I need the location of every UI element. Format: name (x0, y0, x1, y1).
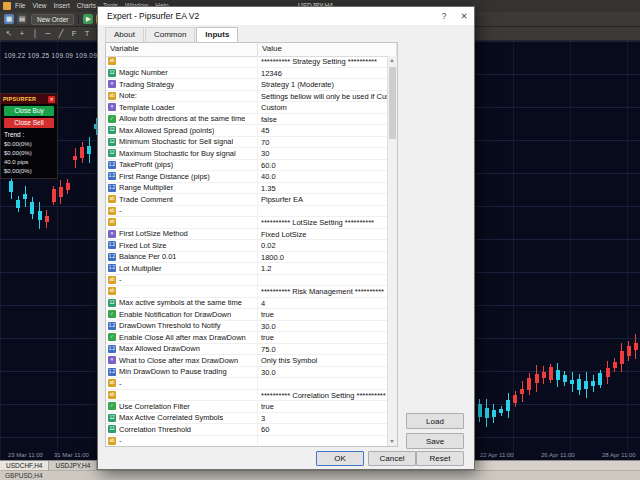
value-cell[interactable]: 1.2 (258, 263, 388, 274)
scrollbar-thumb[interactable] (389, 67, 396, 139)
value-cell[interactable]: 40.0 (258, 171, 388, 182)
value-cell[interactable]: Pipsurfer EA (258, 194, 388, 205)
input-row[interactable]: 1.2Lot Multiplier1.2 (106, 263, 388, 275)
value-cell[interactable] (258, 436, 388, 447)
dialog-title-bar[interactable]: Expert - Pipsurfer EA V2 ? ✕ (98, 7, 474, 25)
value-cell[interactable]: 45 (258, 125, 388, 136)
value-cell[interactable]: false (258, 114, 388, 125)
scroll-down-icon[interactable] (388, 437, 397, 446)
text-label-icon[interactable]: T (82, 27, 92, 41)
chart-window-icon[interactable]: ▦ (4, 14, 14, 24)
input-row[interactable]: ✓Enable Close All after max DrawDowntrue (106, 332, 388, 344)
value-column-header[interactable]: Value (258, 43, 397, 56)
value-cell[interactable]: 70 (258, 137, 388, 148)
input-row[interactable]: 1.2Max Allowed DrawDown75.0 (106, 344, 388, 356)
value-cell[interactable]: Strategy 1 (Moderate) (258, 79, 388, 90)
value-cell[interactable] (258, 275, 388, 286)
value-cell[interactable]: ********** Risk Management ********** (258, 286, 388, 297)
input-row[interactable]: ≡What to Close after max DrawDownOnly th… (106, 355, 388, 367)
tab-inputs[interactable]: Inputs (196, 27, 238, 42)
input-row[interactable]: 1.2Min DrawDown to Pause trading30.0 (106, 367, 388, 379)
save-button[interactable]: Save (406, 433, 464, 449)
cancel-button[interactable]: Cancel (368, 451, 416, 466)
scroll-up-icon[interactable] (388, 56, 397, 65)
input-row[interactable]: ab********** Correlation Setting *******… (106, 390, 388, 402)
load-button[interactable]: Load (406, 413, 464, 429)
input-row[interactable]: 12Magic Number12346 (106, 68, 388, 80)
value-cell[interactable]: 30.0 (258, 367, 388, 378)
input-row[interactable]: 12Minimum Stochastic for Sell signal70 (106, 137, 388, 149)
input-row[interactable]: ab- (106, 436, 388, 447)
value-cell[interactable]: ********** Strategy Setting ********** (258, 56, 388, 67)
value-cell[interactable] (258, 378, 388, 389)
value-cell[interactable]: 4 (258, 298, 388, 309)
new-order-button[interactable]: New Order (31, 14, 74, 25)
crosshair-icon[interactable]: + (17, 27, 27, 41)
menu-charts[interactable]: Charts (77, 0, 96, 12)
value-cell[interactable]: 12346 (258, 68, 388, 79)
cursor-icon[interactable]: ↖ (4, 27, 14, 41)
input-row[interactable]: ab********** LotSize Setting ********** (106, 217, 388, 229)
value-cell[interactable] (258, 206, 388, 217)
menu-insert[interactable]: Insert (53, 0, 69, 12)
value-cell[interactable]: Only this Symbol (258, 355, 388, 366)
autotrading-icon[interactable]: ▶ (83, 14, 93, 24)
input-row[interactable]: ab- (106, 275, 388, 287)
input-row[interactable]: 1.2Balance Per 0.011800.0 (106, 252, 388, 264)
input-row[interactable]: 1.2TakeProfit (pips)60.0 (106, 160, 388, 172)
input-row[interactable]: ab- (106, 378, 388, 390)
input-row[interactable]: abNote:Settings bellow will only be used… (106, 91, 388, 103)
value-cell[interactable]: 3 (258, 413, 388, 424)
input-row[interactable]: ≡First LotSize MethodFixed LotSize (106, 229, 388, 241)
input-row[interactable]: ab- (106, 206, 388, 218)
input-row[interactable]: 1.2First Range Distance (pips)40.0 (106, 171, 388, 183)
value-cell[interactable]: true (258, 332, 388, 343)
tab-common[interactable]: Common (145, 27, 195, 42)
input-row[interactable]: 1.2DrawDown Threshold to Notify30.0 (106, 321, 388, 333)
input-row[interactable]: 1.2Range Multiplier1.35 (106, 183, 388, 195)
value-cell[interactable]: true (258, 309, 388, 320)
input-row[interactable]: ≡Template LoaderCustom (106, 102, 388, 114)
input-row[interactable]: ✓Enable Notification for DrawDowntrue (106, 309, 388, 321)
dialog-close-icon[interactable]: ✕ (454, 7, 474, 25)
input-row[interactable]: 1.2Fixed Lot Size0.02 (106, 240, 388, 252)
value-cell[interactable]: ********** LotSize Setting ********** (258, 217, 388, 228)
value-cell[interactable]: Custom (258, 102, 388, 113)
menu-view[interactable]: View (32, 0, 46, 12)
value-cell[interactable]: 1800.0 (258, 252, 388, 263)
value-cell[interactable]: 60 (258, 424, 388, 435)
input-row[interactable]: 12Max Active Correlated Symbols3 (106, 413, 388, 425)
menu-file[interactable]: File (15, 0, 25, 12)
dialog-help-icon[interactable]: ? (434, 7, 454, 25)
trendline-icon[interactable]: ╱ (56, 27, 66, 41)
ok-button[interactable]: OK (316, 451, 364, 466)
input-row[interactable]: ✓Allow both directions at the same timef… (106, 114, 388, 126)
fibonacci-icon[interactable]: F (69, 27, 79, 41)
profiles-icon[interactable]: ▤ (17, 14, 27, 24)
tab-about[interactable]: About (105, 27, 144, 42)
input-row[interactable]: 12Max active symbols at the same time4 (106, 298, 388, 310)
input-row[interactable]: 12Max Allowed Spread (points)45 (106, 125, 388, 137)
value-cell[interactable]: 1.35 (258, 183, 388, 194)
value-cell[interactable]: Fixed LotSize (258, 229, 388, 240)
value-cell[interactable]: 75.0 (258, 344, 388, 355)
input-row[interactable]: ab********** Risk Management ********** (106, 286, 388, 298)
input-row[interactable]: 12Maximum Stochastic for Buy signal30 (106, 148, 388, 160)
ea-panel-close-icon[interactable]: ✕ (48, 96, 55, 103)
close-buy-button[interactable]: Close Buy (4, 106, 54, 116)
value-cell[interactable]: true (258, 401, 388, 412)
value-cell[interactable]: 0.02 (258, 240, 388, 251)
input-row[interactable]: 12Correlation Threshold60 (106, 424, 388, 436)
table-scrollbar[interactable] (387, 56, 397, 446)
horizontal-line-icon[interactable]: ─ (43, 27, 53, 41)
value-cell[interactable]: ********** Correlation Setting *********… (258, 390, 388, 401)
reset-button[interactable]: Reset (416, 451, 464, 466)
input-row[interactable]: ab********** Strategy Setting ********** (106, 56, 388, 68)
value-cell[interactable]: Settings bellow will only be used if Cus… (258, 91, 388, 102)
close-sell-button[interactable]: Close Sell (4, 118, 54, 128)
input-row[interactable]: ✓Use Correlation Filtertrue (106, 401, 388, 413)
input-row[interactable]: abTrade CommentPipsurfer EA (106, 194, 388, 206)
vertical-line-icon[interactable]: │ (30, 27, 40, 41)
value-cell[interactable]: 30 (258, 148, 388, 159)
variable-column-header[interactable]: Variable (106, 43, 258, 56)
